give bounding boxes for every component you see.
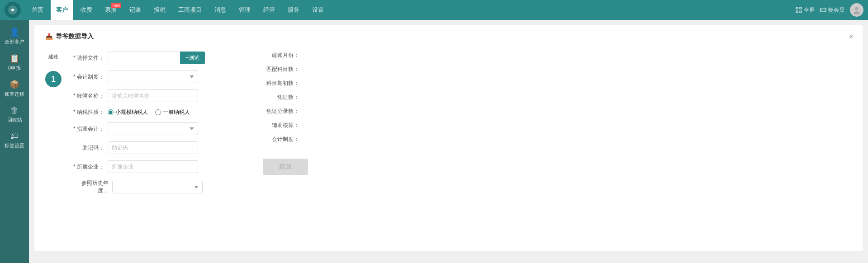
memo-input[interactable] xyxy=(108,141,198,154)
svg-rect-5 xyxy=(821,8,826,12)
form-left: 建账 1 * 选择文件： +浏览 xyxy=(45,52,217,195)
radio-small-taxpayer[interactable]: 小规模纳税人 xyxy=(108,108,148,116)
tax-type-row: * 纳税性质： 小规模纳税人 一般纳税人 xyxy=(72,108,217,116)
info-voucher-entries-row: 凭证分录数： xyxy=(263,108,371,115)
topnav-right: 全屏 畅会员 xyxy=(796,3,863,17)
svg-rect-1 xyxy=(796,7,798,9)
svg-rect-3 xyxy=(796,11,798,13)
nav-manage[interactable]: 管理 xyxy=(233,0,256,20)
svg-point-7 xyxy=(854,11,860,14)
sidebar-item-tag-label: 标签设置 xyxy=(5,142,24,149)
history-year-row: 参照历史年度： xyxy=(72,179,217,195)
trash-icon: 🗑 xyxy=(10,106,19,115)
import-panel: 📥 导爷数据导入 × 建账 1 * 选择文件： xyxy=(34,25,863,251)
history-year-select[interactable] xyxy=(112,181,203,193)
nav-service[interactable]: 服务 xyxy=(282,0,305,20)
nav-invoice[interactable]: 票据 new xyxy=(100,0,122,20)
nav-operation[interactable]: 经营 xyxy=(258,0,280,20)
user-avatar[interactable] xyxy=(850,3,863,17)
radio-small-label: 小规模纳税人 xyxy=(115,108,148,116)
radio-general-input[interactable] xyxy=(155,109,161,115)
tax-type-label: * 纳税性质： xyxy=(72,108,104,116)
sidebar-item-trash[interactable]: 🗑 回收站 xyxy=(0,102,29,127)
avatar-icon xyxy=(852,5,861,14)
history-year-label: 参照历史年度： xyxy=(72,179,109,195)
file-input-wrap: +浏览 xyxy=(108,52,205,64)
ledger-name-row: * 账簿名称： xyxy=(72,89,217,102)
panel-title-text: 导爷数据导入 xyxy=(56,33,94,41)
info-voucher-row: 凭证数： xyxy=(263,94,371,101)
accounting-select[interactable] xyxy=(108,70,198,83)
accountant-row: * 指派会计： xyxy=(72,122,217,135)
info-match-label: 匹配科目数： xyxy=(263,66,299,73)
sidebar-item-all-clients[interactable]: 👤 全部客户 xyxy=(0,23,29,49)
fullscreen-label: 全屏 xyxy=(804,6,815,14)
info-voucher-entries-label: 凭证分录数： xyxy=(263,108,299,115)
file-label: * 选择文件： xyxy=(72,54,104,62)
radio-general-label: 一般纳税人 xyxy=(163,108,190,116)
build-account-button[interactable]: 建账 xyxy=(263,159,308,175)
info-accounting-system-label: 会计制度： xyxy=(263,136,299,143)
sidebar-item-declare[interactable]: 📋 0申报 xyxy=(0,50,29,75)
sidebar-item-trash-label: 回收站 xyxy=(7,117,22,123)
accounting-row: * 会计制度： xyxy=(72,70,217,83)
nav-ledger[interactable]: 记账 xyxy=(124,0,147,20)
info-match-row: 匹配科目数： xyxy=(263,66,371,73)
build-account-label: 建账 xyxy=(48,53,58,60)
sidebar-item-declare-label: 0申报 xyxy=(8,65,21,71)
form-fields: * 选择文件： +浏览 * 会计制度： xyxy=(72,52,217,195)
info-aux-calc-row: 辅助核算： xyxy=(263,122,371,129)
radio-small-input[interactable] xyxy=(108,109,114,115)
form-wrapper: 建账 1 * 选择文件： +浏览 xyxy=(45,52,852,195)
sidebar: 👤 全部客户 📋 0申报 📦 账套迁移 🗑 回收站 🏷 标签设置 xyxy=(0,20,29,263)
file-input[interactable] xyxy=(108,52,180,64)
main-content: 📥 导爷数据导入 × 建账 1 * 选择文件： xyxy=(29,20,868,263)
radio-general-taxpayer[interactable]: 一般纳税人 xyxy=(155,108,190,116)
panel-title: 📥 导爷数据导入 xyxy=(45,33,852,41)
file-select-row: * 选择文件： +浏览 xyxy=(72,52,217,64)
new-badge: new xyxy=(111,3,121,8)
fullscreen-button[interactable]: 全屏 xyxy=(796,6,815,14)
nav-biz[interactable]: 工商项目 xyxy=(173,0,207,20)
company-row: * 所属企业： xyxy=(72,160,217,173)
step-circle: 1 xyxy=(45,71,62,87)
nav-client[interactable]: 客户 xyxy=(51,0,73,20)
memo-row: 助记码： xyxy=(72,141,217,154)
declare-icon: 📋 xyxy=(9,53,19,63)
info-voucher-label: 凭证数： xyxy=(263,94,299,101)
memo-label: 助记码： xyxy=(72,144,104,152)
info-period-label: 科目期初数： xyxy=(263,80,299,87)
form-right: 建账月份： 匹配科目数： 科目期初数： 凭证数： xyxy=(263,52,371,195)
sidebar-item-tag[interactable]: 🏷 标签设置 xyxy=(0,128,29,153)
close-button[interactable]: × xyxy=(849,33,854,41)
ledger-name-label: * 账簿名称： xyxy=(72,92,104,100)
info-month-row: 建账月份： xyxy=(263,52,371,59)
nav-settings[interactable]: 设置 xyxy=(307,0,329,20)
company-input[interactable] xyxy=(108,160,198,173)
nav-tax[interactable]: 报税 xyxy=(148,0,171,20)
nav-message[interactable]: 消息 xyxy=(209,0,232,20)
svg-rect-4 xyxy=(800,11,802,13)
all-clients-icon: 👤 xyxy=(9,27,19,37)
vip-label: 畅会员 xyxy=(828,6,844,14)
svg-rect-2 xyxy=(800,7,802,9)
accountant-label: * 指派会计： xyxy=(72,125,104,133)
sidebar-item-migrate-label: 账套迁移 xyxy=(5,91,24,98)
sidebar-item-migrate[interactable]: 📦 账套迁移 xyxy=(0,76,29,101)
info-month-label: 建账月份： xyxy=(263,52,299,59)
topnav: 首页 客户 收费 票据 new 记账 报税 工商项目 消息 管理 经营 服务 设… xyxy=(0,0,868,20)
info-period-row: 科目期初数： xyxy=(263,80,371,87)
ledger-name-input[interactable] xyxy=(108,89,198,102)
browse-button[interactable]: +浏览 xyxy=(180,52,205,64)
nav-fee[interactable]: 收费 xyxy=(75,0,98,20)
info-aux-calc-label: 辅助核算： xyxy=(263,122,299,129)
vip-button[interactable]: 畅会员 xyxy=(820,6,844,14)
tag-icon: 🏷 xyxy=(10,132,19,141)
sidebar-item-all-clients-label: 全部客户 xyxy=(5,38,24,45)
migrate-icon: 📦 xyxy=(9,80,19,89)
accountant-select[interactable] xyxy=(108,122,198,135)
company-label: * 所属企业： xyxy=(72,163,104,171)
tax-type-radio-group: 小规模纳税人 一般纳税人 xyxy=(108,108,190,116)
nav-home[interactable]: 首页 xyxy=(26,0,49,20)
accounting-label: * 会计制度： xyxy=(72,73,104,81)
